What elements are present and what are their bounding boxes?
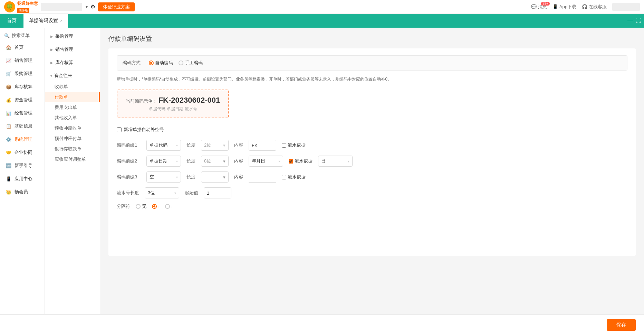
sep-none-radio[interactable]: 无 bbox=[136, 203, 146, 210]
auto-fill-checkbox[interactable] bbox=[117, 127, 122, 132]
nav-dropdown[interactable]: ▾ bbox=[85, 4, 88, 9]
logo-text: 畅通好生意 插件版 bbox=[17, 1, 38, 13]
maximize-button[interactable]: ⛶ bbox=[636, 18, 641, 24]
prefix2-chevron: ▾ bbox=[176, 159, 178, 163]
manual-code-radio-circle bbox=[179, 61, 183, 65]
minimize-button[interactable]: — bbox=[627, 18, 633, 24]
length2-label: 长度 bbox=[186, 158, 195, 164]
nav-item-bank[interactable]: 银行存取款单 bbox=[45, 144, 100, 154]
sidebar-item-apps[interactable]: 📱 应用中心 bbox=[0, 172, 45, 185]
logo: 🍀 畅通好生意 插件版 bbox=[4, 1, 38, 13]
separator-label: 分隔符 bbox=[117, 203, 130, 210]
content2-chevron: ▾ bbox=[278, 159, 280, 163]
sep-dash-circle bbox=[165, 204, 170, 209]
nav-header-stock[interactable]: ▶ 库存核算 bbox=[45, 57, 100, 68]
nav-item-expense[interactable]: 费用支出单 bbox=[45, 102, 100, 113]
settings-icon[interactable]: ⚙ bbox=[90, 3, 95, 10]
content2-label: 内容 bbox=[234, 158, 243, 164]
start-value-input[interactable] bbox=[204, 187, 231, 198]
sidebar-item-home[interactable]: 🏠 首页 bbox=[0, 41, 45, 54]
nav-item-receipt[interactable]: 收款单 bbox=[45, 82, 100, 92]
stream2-input[interactable] bbox=[289, 159, 293, 164]
serial-row: 流水号长度 3位 ▾ 起始值 bbox=[117, 187, 627, 198]
nav-item-other-income[interactable]: 其他收入单 bbox=[45, 113, 100, 123]
sidebar-item-basic-info[interactable]: 📋 基础信息 bbox=[0, 120, 45, 133]
tab-active[interactable]: 单据编码设置 × bbox=[23, 14, 68, 28]
sidebar-item-purchase[interactable]: 🛒 采购管理 bbox=[0, 67, 45, 80]
content1-value: FK bbox=[249, 140, 276, 151]
length2-chevron: ▾ bbox=[223, 159, 225, 164]
nav-header-sales[interactable]: ▶ 销售管理 bbox=[45, 44, 100, 55]
sales-icon: 📈 bbox=[6, 57, 12, 64]
sidebar-item-enterprise[interactable]: 🤝 企业协同 bbox=[0, 146, 45, 159]
prefix3-chevron: ▾ bbox=[176, 175, 178, 179]
topbar: 🍀 畅通好生意 插件版 ▾ ⚙ 体验行业方案 💬 消息 99+ 📱 App下载 … bbox=[0, 0, 644, 14]
save-button[interactable]: 保存 bbox=[607, 319, 636, 331]
length1-select[interactable]: 2位 ▾ bbox=[201, 140, 229, 151]
stream2-checkbox[interactable]: 流水依据 bbox=[289, 158, 313, 164]
prefix3-label: 编码前缀3 bbox=[117, 174, 141, 180]
trial-button[interactable]: 体验行业方案 bbox=[98, 2, 135, 11]
chevron-down-icon: ▾ bbox=[86, 4, 88, 9]
manual-code-radio[interactable]: 手工编码 bbox=[179, 60, 203, 66]
logo-icon: 🍀 bbox=[4, 1, 15, 12]
stream1-checkbox[interactable]: 流水依据 bbox=[282, 142, 306, 148]
app-download-button[interactable]: 📱 App下载 bbox=[552, 4, 576, 10]
nav-item-advance-receipt[interactable]: 预收冲应收单 bbox=[45, 123, 100, 133]
length1-label: 长度 bbox=[186, 142, 195, 148]
sidebar-item-inventory[interactable]: 📦 库存核算 bbox=[0, 80, 45, 93]
guide-icon: 🆕 bbox=[6, 162, 12, 169]
stream1-input[interactable] bbox=[282, 143, 286, 148]
stream3-checkbox[interactable]: 流水依据 bbox=[282, 174, 306, 180]
stream3-input[interactable] bbox=[282, 175, 286, 179]
content2-select[interactable]: 年月日 ▾ bbox=[249, 156, 283, 167]
prefix3-select[interactable]: 空 ▾ bbox=[146, 171, 181, 183]
sidebar-item-finance[interactable]: 💰 资金管理 bbox=[0, 93, 45, 106]
logo-badge: 插件版 bbox=[17, 8, 29, 13]
sidebar-item-system[interactable]: ⚙️ 系统管理 bbox=[0, 133, 45, 146]
serial-length-select[interactable]: 3位 ▾ bbox=[145, 187, 179, 198]
sidebar-item-sales[interactable]: 📈 销售管理 bbox=[0, 54, 45, 67]
nav-header-capital[interactable]: ▾ 资金往来 bbox=[45, 70, 100, 82]
enterprise-icon: 🤝 bbox=[6, 149, 12, 156]
sep-dot-radio[interactable]: · bbox=[152, 204, 160, 209]
sidebar: 🔍 搜索菜单 🏠 首页 📈 销售管理 🛒 采购管理 📦 库存核算 💰 资金管理 … bbox=[0, 28, 45, 335]
length3-select[interactable]: ▾ bbox=[201, 171, 229, 183]
tab-close-button[interactable]: × bbox=[60, 18, 63, 23]
auto-fill-row: 新增单据自动补空号 bbox=[117, 127, 627, 133]
length2-select[interactable]: 8位 ▾ bbox=[201, 156, 229, 167]
message-count-badge: 99+ bbox=[541, 2, 550, 6]
topbar-right: 💬 消息 99+ 📱 App下载 🎧 在线客服 bbox=[531, 3, 640, 11]
prefix2-row: 编码前缀2 单据日期 ▾ 长度 8位 ▾ 内容 年月日 ▾ 流水依据 bbox=[117, 156, 627, 167]
service-icon: 🎧 bbox=[582, 4, 587, 9]
user-info[interactable] bbox=[612, 3, 640, 11]
sidebar-item-guide[interactable]: 🆕 新手引导 bbox=[0, 159, 45, 172]
prefix2-select[interactable]: 单据日期 ▾ bbox=[146, 156, 181, 167]
nav-item-advance-payment[interactable]: 预付冲应付单 bbox=[45, 133, 100, 144]
nav-item-payment[interactable]: 付款单 bbox=[45, 92, 100, 102]
prefix2-label: 编码前缀2 bbox=[117, 158, 141, 164]
tab-home[interactable]: 首页 bbox=[0, 14, 23, 28]
apps-icon: 📱 bbox=[6, 176, 12, 182]
length1-chevron: ▾ bbox=[223, 143, 225, 148]
sidebar-item-operations[interactable]: 📊 经营管理 bbox=[0, 106, 45, 120]
operations-icon: 📊 bbox=[6, 110, 12, 116]
online-service-button[interactable]: 🎧 在线客服 bbox=[582, 4, 607, 10]
chevron-right-icon2: ▶ bbox=[50, 48, 53, 52]
settings-card: 编码方式 自动编码 手工编码 新增单据时，*单据编码*自动生成，不可编辑。前缀设… bbox=[108, 48, 636, 256]
stream2-period-chevron: ▾ bbox=[348, 159, 349, 163]
sep-dash-radio[interactable]: · bbox=[165, 204, 173, 209]
sidebar-search[interactable]: 🔍 搜索菜单 bbox=[0, 30, 45, 41]
sep-none-circle bbox=[136, 204, 141, 209]
nav-item-adjustment[interactable]: 应收应付调整单 bbox=[45, 154, 100, 165]
serial-length-chevron: ▾ bbox=[174, 191, 176, 195]
nav-header-purchase[interactable]: ▶ 采购管理 bbox=[45, 30, 100, 42]
stream2-period-select[interactable]: 日 ▾ bbox=[318, 156, 353, 167]
auto-code-radio[interactable]: 自动编码 bbox=[149, 60, 173, 66]
content-area: 付款单编码设置 编码方式 自动编码 手工编码 新增单据时，*单据编码*自动生 bbox=[100, 28, 644, 335]
content3-value bbox=[249, 171, 276, 183]
sidebar-item-member[interactable]: 👑 畅会员 bbox=[0, 185, 45, 198]
prefix1-select[interactable]: 单据代码 ▾ bbox=[146, 140, 181, 151]
message-button[interactable]: 💬 消息 99+ bbox=[531, 4, 547, 10]
search-icon: 🔍 bbox=[4, 33, 10, 38]
